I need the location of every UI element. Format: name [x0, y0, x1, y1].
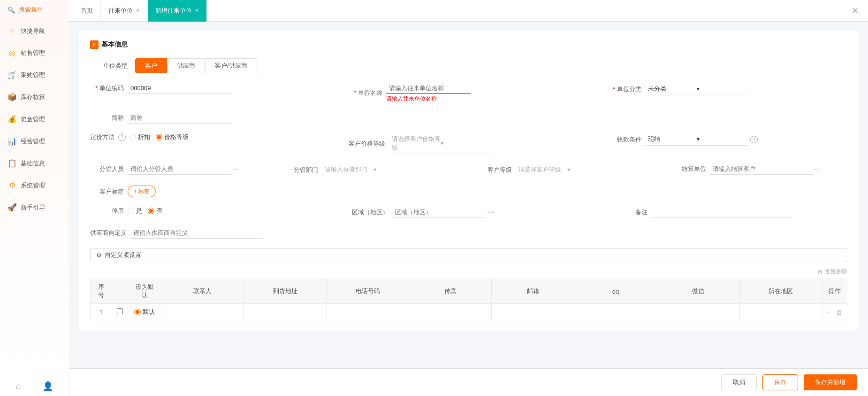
sidebar-label-operations: 经营管理	[21, 137, 45, 146]
manager-more-btn[interactable]: ···	[233, 165, 239, 173]
type-row: 单位类型 客户供应商客户/供应商	[90, 58, 847, 73]
tab-close-partners[interactable]: ✕	[136, 8, 140, 14]
supplier-custom-input[interactable]	[130, 227, 262, 239]
email-input[interactable]	[496, 309, 569, 316]
field-customer-level: 客户等级 请选择客户等级 ▾	[478, 163, 654, 176]
address-input[interactable]	[249, 309, 321, 316]
cancel-button[interactable]: 取消	[721, 374, 757, 390]
tab-label-home: 首页	[81, 7, 93, 15]
row-qq[interactable]	[574, 304, 657, 320]
row-address[interactable]	[244, 304, 327, 320]
sidebar-label-sales: 销售管理	[21, 49, 45, 57]
settlement-more-btn[interactable]: ···	[815, 165, 821, 173]
settlement-input[interactable]	[710, 163, 813, 175]
user-bottom-icon[interactable]: 👤	[43, 381, 53, 391]
pricing-help-icon[interactable]: ?	[118, 133, 126, 141]
payment-help-icon[interactable]: ?	[750, 136, 758, 143]
type-btn-customer[interactable]: 客户	[135, 58, 167, 73]
payment-select[interactable]: 现结 ▾	[645, 133, 748, 146]
field-manager: 分管人员 ···	[90, 163, 266, 175]
sidebar-item-basic[interactable]: 📋 基础信息	[0, 152, 69, 174]
row-region[interactable]	[739, 304, 822, 320]
pricing-level[interactable]: 价格等级	[156, 133, 189, 141]
tab-new-partner[interactable]: 新增往来单位✕	[148, 0, 207, 22]
batch-delete-area[interactable]: 🗑 批量删除	[90, 268, 847, 276]
sidebar-label-finance: 资金管理	[21, 115, 45, 124]
sidebar-item-guide[interactable]: 🚀 新手引导	[0, 196, 69, 218]
field-settlement: 结算单位 ···	[672, 163, 848, 175]
name-input[interactable]	[386, 83, 471, 94]
wechat-input[interactable]	[662, 309, 735, 316]
row-checkbox[interactable]	[112, 304, 128, 320]
home-bottom-icon[interactable]: ⌂	[16, 381, 21, 391]
add-row-btn[interactable]: +	[827, 309, 831, 316]
custom-settings-btn[interactable]: ⚙ 自定义项设置	[90, 248, 847, 262]
tab-close-new-partner[interactable]: ✕	[195, 8, 199, 14]
sidebar-label-purchase: 采购管理	[21, 71, 45, 79]
delete-row-btn[interactable]: 🗑	[836, 309, 842, 316]
tab-home[interactable]: 首页	[73, 0, 101, 22]
row-fax[interactable]	[409, 304, 492, 320]
inventory-icon: 📦	[8, 93, 17, 101]
table-header: 微信	[657, 279, 739, 304]
form-row-5: 客户标签 + 标签	[90, 186, 847, 197]
disabled-no[interactable]: 否	[148, 207, 162, 215]
row-contact[interactable]	[161, 304, 244, 320]
row-phone[interactable]	[327, 304, 409, 320]
quick-nav-icon: ⌂	[8, 27, 17, 35]
manager-input[interactable]	[128, 163, 231, 175]
customer-price-chevron: ▾	[441, 140, 489, 147]
region-input[interactable]	[392, 207, 486, 218]
remark-input[interactable]	[651, 207, 792, 218]
row-actions[interactable]: + 🗑	[822, 304, 847, 320]
purchase-icon: 🛒	[8, 70, 17, 79]
row-email[interactable]	[492, 304, 574, 320]
category-select[interactable]: 未分类 ▾	[645, 83, 748, 95]
table-header: 邮箱	[492, 279, 574, 304]
row-check[interactable]	[117, 308, 123, 314]
add-tag-btn[interactable]: + 标签	[128, 186, 156, 197]
qq-input[interactable]	[579, 309, 652, 316]
disabled-yes[interactable]: 是	[128, 207, 142, 215]
save-button[interactable]: 保存	[762, 374, 798, 390]
guide-icon: 🚀	[8, 203, 17, 212]
sidebar-item-purchase[interactable]: 🛒 采购管理	[0, 64, 69, 86]
sidebar-label-system: 系统管理	[21, 181, 45, 190]
yes-radio	[128, 208, 134, 214]
field-shortname: 简称	[90, 112, 847, 124]
sidebar: 🔍 搜索菜单 ⌂ 快捷导航◎ 销售管理🛒 采购管理📦 库存核算💰 资金管理📊 经…	[0, 0, 69, 396]
save-new-button[interactable]: 保存并新增	[804, 374, 857, 390]
type-btn-both[interactable]: 客户/供应商	[205, 58, 257, 73]
basic-icon: 📋	[8, 159, 17, 168]
sidebar-item-sales[interactable]: ◎ 销售管理	[0, 42, 69, 64]
shortname-input[interactable]	[128, 112, 231, 124]
field-name: 单位名称 请输入往来单位名称	[349, 83, 588, 103]
search-menu[interactable]: 🔍 搜索菜单	[0, 0, 69, 20]
table-header	[112, 279, 128, 304]
sidebar-item-system[interactable]: ⚙ 系统管理	[0, 174, 69, 196]
field-code: 单位编码	[90, 83, 330, 94]
row-default[interactable]: 默认	[128, 304, 161, 320]
phone-input[interactable]	[331, 309, 404, 316]
code-input[interactable]	[128, 83, 231, 94]
region-table-input[interactable]	[745, 309, 817, 316]
sidebar-item-finance[interactable]: 💰 资金管理	[0, 108, 69, 130]
sidebar-item-inventory[interactable]: 📦 库存核算	[0, 86, 69, 108]
sidebar-item-quick-nav[interactable]: ⌂ 快捷导航	[0, 20, 69, 42]
tabs-bar: 首页往来单位✕新增往来单位✕ ✕	[69, 0, 868, 22]
fax-input[interactable]	[414, 309, 487, 316]
row-wechat[interactable]	[657, 304, 739, 320]
region-more-btn[interactable]: ···	[488, 208, 494, 217]
form-row-7: 供应商自定义	[90, 227, 847, 239]
department-select[interactable]: 请输入分管部门 ▾	[322, 163, 425, 176]
tab-partners[interactable]: 往来单位✕	[101, 0, 148, 22]
sidebar-label-guide: 新手引导	[21, 203, 45, 212]
contact-input[interactable]	[166, 309, 239, 316]
pricing-discount[interactable]: 折扣	[129, 133, 150, 141]
type-btn-supplier[interactable]: 供应商	[167, 58, 205, 73]
field-disabled: 停用 是 否	[90, 207, 324, 215]
customer-level-select[interactable]: 请选择客户等级 ▾	[516, 163, 619, 176]
customer-price-select[interactable]: 请选择客户价格等级 ▾	[389, 133, 492, 154]
close-all-tabs[interactable]: ✕	[846, 6, 864, 16]
sidebar-item-operations[interactable]: 📊 经营管理	[0, 130, 69, 152]
